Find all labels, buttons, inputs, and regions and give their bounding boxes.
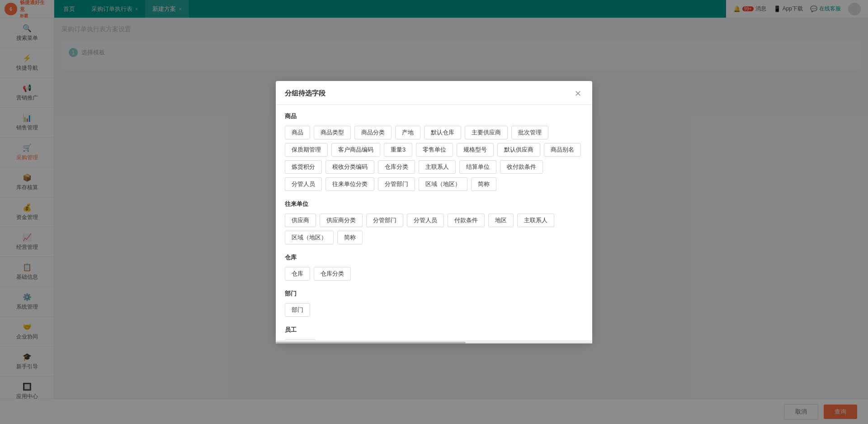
modal-scrollbar-thumb[interactable] <box>276 342 466 343</box>
section-title-warehouse: 仓库 <box>285 253 583 262</box>
field-chip-goods-4[interactable]: 默认仓库 <box>424 126 461 139</box>
field-grid-warehouse: 仓库 仓库分类 <box>285 267 583 281</box>
section-title-department: 部门 <box>285 290 583 298</box>
field-chip-goods-13[interactable]: 商品别名 <box>544 143 581 157</box>
field-chip-goods-2[interactable]: 商品分类 <box>354 126 392 139</box>
field-chip-goods-21[interactable]: 往来单位分类 <box>326 177 374 191</box>
field-chip-cp-0[interactable]: 供应商 <box>285 214 316 227</box>
field-chip-goods-0[interactable]: 商品 <box>285 126 310 139</box>
field-chip-wh-0[interactable]: 仓库 <box>285 267 310 281</box>
field-grid-counterpart: 供应商 供应商分类 分管部门 分管人员 付款条件 地区 主联系人 区域（地区） … <box>285 214 583 244</box>
field-chip-dept-0[interactable]: 部门 <box>285 303 310 317</box>
field-chip-goods-1[interactable]: 商品类型 <box>314 126 351 139</box>
field-chip-goods-23[interactable]: 区域（地区） <box>419 177 467 191</box>
section-warehouse: 仓库 仓库 仓库分类 <box>285 253 583 281</box>
modal-overlay: 分组待选字段 ✕ 商品 商品 商品类型 商品分类 产地 默认仓库 主要供应商 批… <box>0 0 868 399</box>
section-title-employee: 员工 <box>285 326 583 334</box>
field-chip-goods-3[interactable]: 产地 <box>395 126 420 139</box>
field-chip-goods-18[interactable]: 结算单位 <box>459 160 496 174</box>
field-chip-cp-2[interactable]: 分管部门 <box>366 214 403 227</box>
modal-body[interactable]: 商品 商品 商品类型 商品分类 产地 默认仓库 主要供应商 批次管理 保质期管理… <box>276 105 592 341</box>
section-employee: 员工 业务员 <box>285 326 583 341</box>
field-chip-goods-20[interactable]: 分管人员 <box>285 177 322 191</box>
field-chip-goods-10[interactable]: 零售单位 <box>416 143 453 157</box>
modal-title: 分组待选字段 <box>285 89 326 98</box>
field-chip-goods-19[interactable]: 收付款条件 <box>500 160 543 174</box>
field-chip-goods-24[interactable]: 简称 <box>471 177 496 191</box>
modal-scrollbar-track <box>276 342 592 343</box>
field-chip-goods-12[interactable]: 默认供应商 <box>497 143 540 157</box>
modal-close-button[interactable]: ✕ <box>572 88 583 99</box>
modal-header: 分组待选字段 ✕ <box>276 81 592 105</box>
field-chip-cp-1[interactable]: 供应商分类 <box>320 214 363 227</box>
field-chip-cp-3[interactable]: 分管人员 <box>407 214 444 227</box>
field-select-modal: 分组待选字段 ✕ 商品 商品 商品类型 商品分类 产地 默认仓库 主要供应商 批… <box>276 81 592 343</box>
field-chip-cp-8[interactable]: 简称 <box>337 231 363 244</box>
section-title-goods: 商品 <box>285 112 583 120</box>
field-chip-goods-22[interactable]: 分管部门 <box>378 177 415 191</box>
section-department: 部门 部门 <box>285 290 583 317</box>
field-chip-goods-17[interactable]: 主联系人 <box>419 160 456 174</box>
field-chip-goods-16[interactable]: 仓库分类 <box>378 160 415 174</box>
section-goods: 商品 商品 商品类型 商品分类 产地 默认仓库 主要供应商 批次管理 保质期管理… <box>285 112 583 191</box>
field-chip-wh-1[interactable]: 仓库分类 <box>314 267 351 281</box>
field-chip-cp-5[interactable]: 地区 <box>488 214 514 227</box>
field-chip-cp-4[interactable]: 付款条件 <box>448 214 485 227</box>
field-chip-cp-6[interactable]: 主联系人 <box>517 214 554 227</box>
field-chip-goods-9[interactable]: 重量3 <box>384 143 412 157</box>
field-chip-goods-5[interactable]: 主要供应商 <box>465 126 508 139</box>
field-chip-goods-8[interactable]: 客户商品编码 <box>331 143 380 157</box>
modal-scrollbar-area <box>276 340 592 343</box>
field-grid-department: 部门 <box>285 303 583 317</box>
field-grid-goods: 商品 商品类型 商品分类 产地 默认仓库 主要供应商 批次管理 保质期管理 客户… <box>285 126 583 191</box>
section-counterpart: 往来单位 供应商 供应商分类 分管部门 分管人员 付款条件 地区 主联系人 区域… <box>285 200 583 244</box>
field-chip-cp-7[interactable]: 区域（地区） <box>285 231 334 244</box>
field-chip-goods-6[interactable]: 批次管理 <box>511 126 548 139</box>
section-title-counterpart: 往来单位 <box>285 200 583 208</box>
field-chip-goods-14[interactable]: 炼货积分 <box>285 160 322 174</box>
field-chip-goods-11[interactable]: 规格型号 <box>457 143 494 157</box>
field-chip-goods-7[interactable]: 保质期管理 <box>285 143 328 157</box>
field-chip-goods-15[interactable]: 税收分类编码 <box>326 160 374 174</box>
